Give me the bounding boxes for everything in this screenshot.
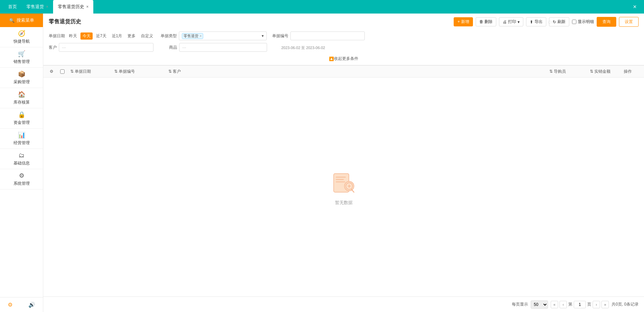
customer-placeholder-dots: ··· (62, 45, 66, 50)
th-date-label: 单据日期 (75, 69, 91, 74)
sidebar-item-ops-mgmt[interactable]: 📊 经营管理 (0, 129, 43, 149)
collapse-up-icon: 🔼 (329, 57, 334, 61)
per-page-label: 每页显示 (512, 302, 528, 307)
th-customer[interactable]: ⇅ 客户 (166, 69, 547, 74)
new-button[interactable]: + 新增 (454, 17, 473, 26)
date-custom[interactable]: 自定义 (139, 32, 155, 40)
per-page-select[interactable]: 50 10 20 100 (531, 300, 548, 309)
th-ops-label: 操作 (624, 69, 632, 74)
sidebar-search-label: 搜索菜单 (17, 17, 34, 23)
page-last-button[interactable]: » (601, 301, 609, 308)
sound-icon[interactable]: 🔊 (26, 299, 38, 311)
sidebar-item-fund-mgmt[interactable]: 🔒 资金管理 (0, 108, 43, 129)
sidebar-item-quick-nav[interactable]: 🧭 快捷导航 (0, 27, 43, 47)
tab-retail-return-close[interactable]: × (46, 4, 48, 9)
quick-nav-icon: 🧭 (18, 30, 25, 37)
export-label: 导出 (534, 19, 543, 25)
basic-info-icon: 🗂 (19, 152, 25, 159)
th-ops: 操作 (621, 69, 641, 74)
filter-area: 单据日期 昨天 今天 近7天 近1月 更多 自定义 单据类型 (49, 29, 639, 65)
date-last1m[interactable]: 近1月 (110, 32, 124, 40)
customer-select[interactable]: ··· (59, 43, 153, 52)
inventory-icon: 🏠 (18, 91, 25, 98)
export-button[interactable]: ⬆ 导出 (526, 17, 546, 26)
print-chevron: ▾ (518, 20, 520, 24)
tab-retail-return-history[interactable]: 零售退货历史 × (53, 0, 93, 14)
delete-button[interactable]: 🗑 删除 (476, 17, 496, 26)
th-guide[interactable]: ⇅ 导购员 (547, 69, 587, 74)
sidebar: 🔍 搜索菜单 🧭 快捷导航 🛒 销售管理 📦 采购管理 🏠 库存核算 🔒 资金管… (0, 14, 43, 312)
refresh-icon: ↻ (553, 20, 556, 24)
th-settings[interactable]: ⚙ (46, 69, 57, 74)
export-icon: ⬆ (530, 20, 533, 24)
window-close-button[interactable]: × (630, 2, 639, 12)
sidebar-item-purchase-mgmt-label: 采购管理 (14, 79, 30, 85)
purchase-mgmt-icon: 📦 (18, 70, 25, 78)
date-today[interactable]: 今天 (80, 32, 93, 40)
show-detail-checkbox-group: 显示明细 (572, 19, 594, 25)
th-number[interactable]: ⇅ 单据编号 (112, 69, 166, 74)
date-yesterday[interactable]: 昨天 (67, 32, 79, 40)
tab-retail-return[interactable]: 零售退货 × (22, 0, 53, 14)
sidebar-item-purchase-mgmt[interactable]: 📦 采购管理 (0, 68, 43, 88)
th-customer-label: 客户 (173, 69, 181, 74)
customer-filter: 客户 ··· (49, 43, 164, 52)
sidebar-item-inventory[interactable]: 🏠 库存核算 (0, 88, 43, 108)
collapse-label: 收起更多条件 (334, 56, 358, 62)
page-prev-button[interactable]: ‹ (559, 301, 567, 308)
settings-gear-icon[interactable]: ⚙ (5, 299, 15, 311)
select-all-checkbox[interactable] (60, 69, 65, 74)
sidebar-item-sales-mgmt-label: 销售管理 (14, 59, 30, 65)
content-area: 零售退货历史 + 新增 🗑 删除 🖨 打印 ▾ ⬆ 导出 ↻ (43, 14, 644, 312)
refresh-label: 刷新 (557, 19, 566, 25)
date-last7[interactable]: 近7天 (94, 32, 109, 40)
th-date[interactable]: ⇅ 单据日期 (68, 69, 112, 74)
goods-label: 商品 (169, 45, 177, 50)
empty-state: 暂无数据 (43, 77, 644, 296)
toolbar: + 新增 🗑 删除 🖨 打印 ▾ ⬆ 导出 ↻ 刷新 (454, 17, 639, 27)
goods-select[interactable]: ··· (179, 43, 267, 52)
collapse-row[interactable]: 🔼 收起更多条件 (49, 54, 639, 62)
date-more[interactable]: 更多 (125, 32, 138, 40)
page-first-button[interactable]: « (551, 301, 558, 308)
th-amount[interactable]: ⇅ 实销金额 (587, 69, 621, 74)
tab-retail-return-label: 零售退货 (26, 4, 44, 10)
fund-mgmt-icon: 🔒 (18, 111, 25, 118)
top-bar: 首页 零售退货 × 零售退货历史 × × (0, 0, 644, 14)
print-button[interactable]: 🖨 打印 ▾ (499, 17, 523, 26)
print-label: 打印 (508, 19, 516, 25)
sidebar-search[interactable]: 🔍 搜索菜单 (0, 14, 43, 27)
query-button[interactable]: 查询 (597, 17, 616, 27)
ops-mgmt-icon: 📊 (18, 131, 25, 139)
page-number-input[interactable]: 1 (574, 301, 586, 308)
tab-home[interactable]: 首页 (3, 0, 22, 14)
sales-mgmt-icon: 🛒 (18, 50, 25, 58)
doc-type-tag: 零售退货 × (182, 33, 203, 39)
refresh-button[interactable]: ↻ 刷新 (549, 17, 569, 26)
show-detail-checkbox[interactable] (572, 20, 576, 24)
svg-rect-3 (336, 181, 345, 182)
th-checkbox[interactable] (57, 69, 68, 74)
th-guide-label: 导购员 (554, 69, 566, 74)
doc-number-input[interactable] (290, 31, 365, 40)
page-next-button[interactable]: › (593, 301, 600, 308)
sidebar-item-sys-mgmt[interactable]: ⚙ 系统管理 (0, 169, 43, 190)
tab-list: 首页 零售退货 × 零售退货历史 × (3, 0, 630, 14)
sidebar-item-fund-mgmt-label: 资金管理 (14, 120, 30, 126)
page-title-row: 零售退货历史 + 新增 🗑 删除 🖨 打印 ▾ ⬆ 导出 ↻ (49, 17, 639, 27)
doc-type-tag-remove[interactable]: × (199, 34, 201, 38)
date-range-buttons: 昨天 今天 近7天 近1月 更多 自定义 (67, 32, 155, 40)
tab-home-label: 首页 (8, 4, 17, 10)
page-header: 零售退货历史 + 新增 🗑 删除 🖨 打印 ▾ ⬆ 导出 ↻ (43, 14, 644, 65)
empty-text: 暂无数据 (335, 200, 353, 206)
doc-type-select[interactable]: 零售退货 × ▾ (179, 31, 267, 40)
table-container: ⚙ ⇅ 单据日期 ⇅ 单据编号 ⇅ 客户 ⇅ 导购员 (43, 65, 644, 312)
date-label: 单据日期 (49, 33, 65, 39)
th-number-icon: ⇅ (114, 69, 118, 74)
sidebar-item-basic-info[interactable]: 🗂 基础信息 (0, 149, 43, 169)
doc-type-filter: 单据类型 零售退货 × ▾ (161, 31, 267, 40)
sidebar-item-sales-mgmt[interactable]: 🛒 销售管理 (0, 47, 43, 68)
sys-mgmt-icon: ⚙ (19, 172, 24, 179)
settings-button[interactable]: 设置 (619, 17, 639, 27)
tab-retail-return-history-close[interactable]: × (86, 4, 89, 9)
